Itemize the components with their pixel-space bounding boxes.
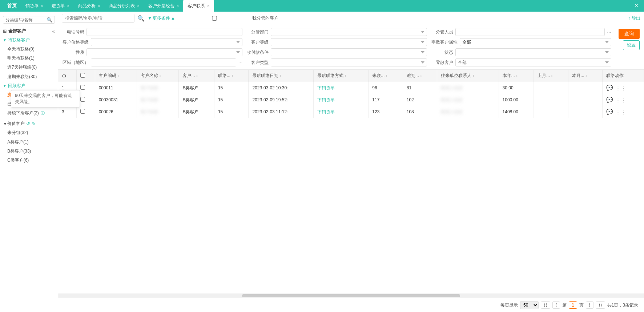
th-name[interactable]: 客户名称↕ xyxy=(137,70,179,82)
sidebar-item-tomorrow[interactable]: 明天待联络(1) xyxy=(0,54,58,63)
tab-customer-tier[interactable]: 客户分层经营 × xyxy=(144,0,183,12)
scrollbar-thumb[interactable] xyxy=(242,294,460,297)
tab-sales[interactable]: 销货单 × xyxy=(21,0,47,12)
prev-page-btn[interactable]: ⟨ xyxy=(552,301,560,309)
chat-icon[interactable]: 💬 xyxy=(606,109,613,115)
td-this-month xyxy=(568,94,602,106)
sidebar-search-box[interactable]: 🔍 xyxy=(3,16,55,24)
info-icon: ⓘ xyxy=(41,111,45,115)
close-icon[interactable]: × xyxy=(207,4,209,8)
close-icon[interactable]: × xyxy=(41,4,43,8)
filter-manager-input[interactable] xyxy=(455,28,605,36)
more-icon[interactable]: ··· xyxy=(238,60,243,65)
refresh-icon[interactable]: ↺ xyxy=(26,121,30,126)
chat-icon[interactable]: 💬 xyxy=(606,97,613,103)
sidebar-item-class-c[interactable]: C类客户(6) xyxy=(0,156,58,165)
th-last-month[interactable]: 上月...↕ xyxy=(534,70,568,82)
sidebar-pending-contact-section[interactable]: ▼ 待联络客户 xyxy=(0,36,58,45)
my-customers-checkbox[interactable] xyxy=(178,16,251,21)
first-page-btn[interactable]: ⟨⟨ xyxy=(541,301,550,309)
filter-region-input[interactable] xyxy=(91,58,236,66)
th-last-date[interactable]: 最后联络日期↕ xyxy=(249,70,314,82)
sidebar-risk-section[interactable]: ▼ 回顾客户 xyxy=(0,81,58,90)
sort-icon: ↕ xyxy=(345,74,346,78)
filter-nature-select[interactable] xyxy=(86,48,242,56)
th-days-no-contact[interactable]: 未联...↕ xyxy=(369,70,403,82)
close-icon[interactable]: × xyxy=(67,4,69,8)
row-checkbox[interactable] xyxy=(80,85,85,90)
th-code[interactable]: 客户编码↕ xyxy=(95,70,137,82)
filter-field-retail-attr: 零散客户属性 全部 xyxy=(431,38,611,46)
filter-field-region: 区域（地区） ··· xyxy=(63,58,242,66)
total-records: 共1页，3条记录 xyxy=(607,302,638,308)
filter-dept-select[interactable] xyxy=(271,28,427,36)
td-name: 客户名称 xyxy=(137,94,179,106)
th-overdue[interactable]: 逾期...↕ xyxy=(403,70,437,82)
filter-row-3: 性质 收付款条件 状态 xyxy=(63,48,611,56)
more-icon[interactable]: ··· xyxy=(607,29,611,35)
filter-retail-attr-select[interactable]: 全部 xyxy=(460,38,611,46)
next-page-btn[interactable]: ⟩ xyxy=(586,301,593,309)
tab-product-analysis[interactable]: 商品分析 × xyxy=(74,0,104,12)
method-link[interactable]: 下销货单 xyxy=(317,97,335,102)
filter-price-grade-select[interactable] xyxy=(91,38,242,46)
sidebar-item-ungroup[interactable]: 未分组(32) xyxy=(0,128,58,137)
filter-retail-customer-select[interactable]: 全部 xyxy=(455,58,611,66)
filter-field-phone: 电话号码 xyxy=(63,28,242,36)
method-link[interactable]: 下销货单 xyxy=(317,85,335,90)
search-input[interactable] xyxy=(62,14,134,23)
tab-customer-contact[interactable]: 客户联系 × xyxy=(183,0,214,12)
close-icon[interactable]: × xyxy=(98,4,100,8)
window-close-button[interactable]: × xyxy=(632,3,641,9)
filter-customer-grade-select[interactable] xyxy=(271,38,427,46)
select-all-checkbox[interactable] xyxy=(80,73,85,78)
chat-icon[interactable]: 💬 xyxy=(606,85,613,91)
search-button[interactable]: 🔍 xyxy=(137,15,145,22)
filter-row-2: 客户价格等级 客户等级 零散客户属性 xyxy=(63,38,611,46)
th-this-month[interactable]: 本月...↕ xyxy=(568,70,602,82)
sidebar-all-customers[interactable]: ⊞ 全部客户 « xyxy=(0,27,58,36)
sidebar-item-7days[interactable]: 近7天待联络(0) xyxy=(0,63,58,72)
th-contact-person[interactable]: 往来单位联系人↕ xyxy=(437,70,499,82)
more-conditions-btn[interactable]: ▼ 更多条件 ▲ xyxy=(148,15,175,21)
th-last-method[interactable]: 最后联络方式↕ xyxy=(313,70,368,82)
more-actions-icon[interactable]: ⋮⋮ xyxy=(615,85,626,91)
sidebar-value-section[interactable]: ▼ 价值客户 ↺ ✎ xyxy=(0,119,58,128)
sort-icon: ↕ xyxy=(420,74,422,78)
tab-product-analysis-list[interactable]: 商品分析列表 × xyxy=(104,0,144,12)
td-checkbox xyxy=(76,106,95,118)
horizontal-scrollbar[interactable] xyxy=(58,293,644,298)
sidebar-item-overdue[interactable]: 逾期未联络(30) xyxy=(0,72,58,81)
settings-button[interactable]: 设置 xyxy=(623,40,640,50)
per-page-select[interactable]: 50 20 100 xyxy=(520,301,539,309)
settings-icon[interactable]: ⚙ xyxy=(62,73,67,79)
more-actions-icon[interactable]: ⋮⋮ xyxy=(615,97,626,103)
sidebar-item-class-b[interactable]: B类客户(33) xyxy=(0,147,58,156)
export-button[interactable]: ↑ 导出 xyxy=(628,15,640,21)
sidebar-search-input[interactable] xyxy=(5,17,47,23)
th-this-year[interactable]: 本年...↕ xyxy=(499,70,534,82)
row-checkbox[interactable] xyxy=(80,109,85,114)
tab-home[interactable]: 首页 xyxy=(3,0,21,12)
last-page-btn[interactable]: ⟩⟩ xyxy=(596,301,605,309)
sidebar-item-today[interactable]: 今天待联络(0) xyxy=(0,45,58,54)
sidebar-item-declining[interactable]: 持续下滑客户(2) ⓘ xyxy=(0,109,58,118)
filter-status-select[interactable] xyxy=(455,48,611,56)
filter-label-nature: 性质 xyxy=(63,49,84,56)
method-link[interactable]: 下销货单 xyxy=(317,109,335,114)
grid-icon: ⊞ xyxy=(3,29,7,34)
more-actions-icon[interactable]: ⋮⋮ xyxy=(615,109,626,115)
edit-icon[interactable]: ✎ xyxy=(32,121,36,126)
tab-purchase[interactable]: 进货单 × xyxy=(47,0,73,12)
sidebar-item-class-a[interactable]: A类客户(1) xyxy=(0,138,58,147)
query-button[interactable]: 查询 xyxy=(619,29,640,39)
filter-customer-type-select[interactable] xyxy=(271,58,427,66)
filter-phone-input[interactable] xyxy=(86,28,242,36)
row-checkbox[interactable] xyxy=(80,97,85,102)
close-icon[interactable]: × xyxy=(137,4,139,8)
my-customers-checkbox-group: 我分管的客户 xyxy=(178,15,278,21)
close-icon[interactable]: × xyxy=(177,4,179,8)
filter-payment-select[interactable] xyxy=(271,48,427,56)
th-type[interactable]: 客户...↕ xyxy=(179,70,214,82)
th-contact[interactable]: 联络...↕ xyxy=(214,70,248,82)
